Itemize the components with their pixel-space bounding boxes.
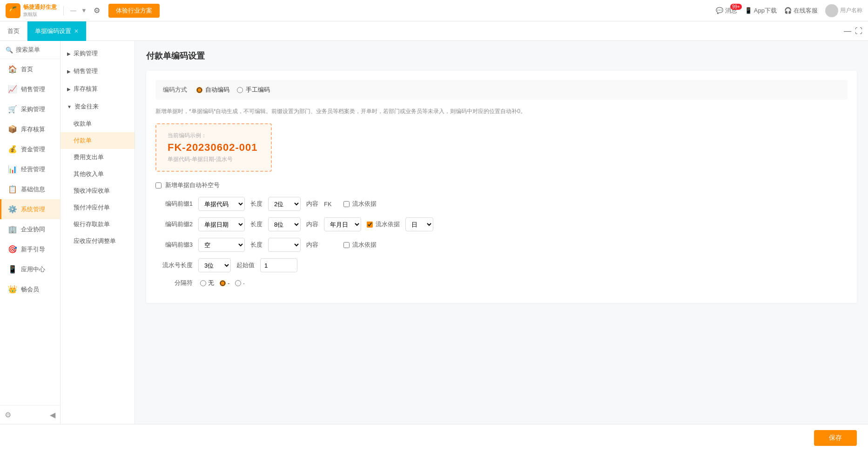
save-button[interactable]: 保存 bbox=[814, 430, 857, 446]
system-icon: ⚙️ bbox=[8, 205, 17, 214]
sep-none-radio[interactable]: 无 bbox=[200, 279, 214, 287]
sub-menu-item-pre-payable[interactable]: 预付冲应付单 bbox=[61, 199, 135, 216]
length1-select[interactable]: 2位 4位 6位 8位 bbox=[268, 197, 301, 211]
serial-length-select[interactable]: 2位 3位 4位 5位 6位 bbox=[198, 258, 231, 272]
sub-menu-header-purchase[interactable]: ▶ 采购管理 bbox=[61, 45, 135, 62]
tabbar-actions: — ⛶ bbox=[838, 27, 868, 35]
start-value-label: 起始值 bbox=[236, 261, 255, 269]
sidebar-item-fund[interactable]: 💰 资金管理 bbox=[0, 139, 60, 159]
prefix2-select[interactable]: 单据代码 单据日期 部门 业务员 空 bbox=[198, 217, 245, 231]
separator-label: 分隔符 bbox=[155, 279, 193, 287]
app-icon: 📱 bbox=[745, 7, 752, 14]
basic-icon: 📋 bbox=[8, 185, 17, 194]
sub-menu-item-receipt[interactable]: 收款单 bbox=[61, 115, 135, 132]
serial3-checkbox[interactable] bbox=[343, 242, 350, 248]
manual-encode-radio[interactable]: 手工编码 bbox=[237, 86, 270, 94]
serial-length-label: 流水号长度 bbox=[155, 261, 193, 269]
sep-dot-radio-input[interactable] bbox=[235, 280, 241, 286]
sub-menu-item-expense[interactable]: 费用支出单 bbox=[61, 149, 135, 166]
length2-select[interactable]: 2位 4位 6位 8位 bbox=[268, 217, 301, 231]
settings-icon[interactable]: ⚙ bbox=[5, 411, 11, 419]
sidebar-menu: 🏠 首页 📈 销售管理 🛒 采购管理 📦 库存核算 💰 资金管理 📊 经 bbox=[0, 59, 60, 405]
minimize-icon[interactable]: — bbox=[844, 27, 851, 35]
sub-menu-header-inventory[interactable]: ▶ 库存核算 bbox=[61, 80, 135, 98]
sub-menu-item-bank-deposit[interactable]: 银行存取款单 bbox=[61, 216, 135, 233]
sidebar-item-newguide[interactable]: 🎯 新手引导 bbox=[0, 239, 60, 259]
sep-dash-radio-input[interactable] bbox=[220, 280, 226, 286]
sidebar-item-system[interactable]: ⚙️ 系统管理 bbox=[0, 199, 60, 219]
sidebar-item-enterprise[interactable]: 🏢 企业协同 bbox=[0, 219, 60, 239]
purchase-icon: 🛒 bbox=[8, 105, 17, 114]
serial1-label: 流水依据 bbox=[352, 200, 377, 208]
logo: 🍊 畅捷通好生意 旗舰版 bbox=[6, 3, 57, 18]
length3-label: 长度 bbox=[250, 241, 262, 249]
message-button[interactable]: 💬 消息 99+ bbox=[716, 7, 737, 15]
chevron-down-icon[interactable]: ▼ bbox=[81, 7, 87, 14]
preview-desc: 单据代码-单据日期-流水号 bbox=[168, 155, 260, 163]
sep-none-radio-input[interactable] bbox=[200, 280, 206, 286]
gear-icon[interactable]: ⚙ bbox=[94, 6, 100, 15]
content2-select[interactable]: 年月日 年月 年 月日 bbox=[324, 217, 361, 231]
serial2-day-select[interactable]: 日 月 年 bbox=[405, 217, 433, 231]
sub-menu-inventory: ▶ 库存核算 bbox=[61, 80, 135, 98]
maximize-icon[interactable]: ⛶ bbox=[855, 27, 862, 35]
tab-encode-setting[interactable]: 单据编码设置 ✕ bbox=[27, 21, 87, 41]
experience-button[interactable]: 体验行业方案 bbox=[108, 4, 160, 18]
manual-encode-radio-input[interactable] bbox=[237, 87, 243, 93]
serial2-label: 流水依据 bbox=[376, 220, 400, 229]
sub-menu-item-payment[interactable]: 付款单 bbox=[61, 132, 135, 149]
auto-fill-row: 新增单据自动补空号 bbox=[155, 181, 848, 189]
online-service-button[interactable]: 🎧 在线客服 bbox=[784, 7, 818, 15]
topbar: 🍊 畅捷通好生意 旗舰版 — ▼ ⚙ 体验行业方案 💬 消息 99+ 📱 App… bbox=[0, 0, 868, 21]
sub-menu-header-sales[interactable]: ▶ 销售管理 bbox=[61, 62, 135, 80]
prefix3-select[interactable]: 单据代码 单据日期 部门 业务员 空 bbox=[198, 238, 245, 252]
tabbar: 首页 单据编码设置 ✕ — ⛶ bbox=[0, 21, 868, 41]
serial3-checkbox-group: 流水依据 bbox=[343, 241, 377, 249]
inner-sidebar: ▶ 采购管理 ▶ 销售管理 ▶ 库存核算 ▼ 资金往来 bbox=[61, 41, 135, 424]
sidebar-item-sales[interactable]: 📈 销售管理 bbox=[0, 79, 60, 99]
topbar-breadcrumb: — bbox=[70, 7, 76, 14]
inventory-icon: 📦 bbox=[8, 125, 17, 134]
user-avatar[interactable]: 用户名称 bbox=[825, 4, 862, 17]
app-download-button[interactable]: 📱 App下载 bbox=[745, 7, 777, 15]
sidebar-item-inventory[interactable]: 📦 库存核算 bbox=[0, 119, 60, 139]
sub-menu-item-receivable-payable[interactable]: 应收应付调整单 bbox=[61, 233, 135, 249]
tab-close-icon[interactable]: ✕ bbox=[74, 28, 79, 34]
length3-select[interactable]: 2位 4位 bbox=[268, 238, 301, 252]
prefix1-label: 编码前缀1 bbox=[155, 200, 193, 208]
content1-value: FK bbox=[324, 201, 338, 208]
tab-home[interactable]: 首页 bbox=[0, 21, 27, 41]
sidebar-bottom: ⚙ ◀ bbox=[0, 405, 60, 424]
sep-dash-radio[interactable]: - bbox=[220, 280, 229, 287]
auto-encode-radio-input[interactable] bbox=[196, 87, 202, 93]
sub-menu-item-pre-receivable[interactable]: 预收冲应收单 bbox=[61, 182, 135, 199]
serial1-checkbox[interactable] bbox=[343, 201, 350, 207]
sep-dot-radio[interactable]: · bbox=[235, 280, 245, 287]
collapse-icon[interactable]: ◀ bbox=[50, 411, 55, 419]
sub-menu-item-other-income[interactable]: 其他收入单 bbox=[61, 166, 135, 182]
sidebar-item-operation[interactable]: 📊 经营管理 bbox=[0, 159, 60, 179]
encode-method-row: 编码方式 自动编码 手工编码 bbox=[155, 80, 848, 100]
auto-fill-checkbox[interactable] bbox=[155, 182, 161, 188]
sidebar-item-home[interactable]: 🏠 首页 bbox=[0, 59, 60, 79]
page-content: 付款单编码设置 编码方式 自动编码 手工编码 bbox=[135, 41, 868, 312]
enterprise-icon: 🏢 bbox=[8, 225, 17, 234]
sidebar-item-basic[interactable]: 📋 基础信息 bbox=[0, 179, 60, 199]
preview-label: 当前编码示例： bbox=[168, 132, 260, 140]
serial2-checkbox[interactable] bbox=[367, 222, 373, 228]
chevron-down-icon2: ▼ bbox=[67, 104, 72, 109]
content1-label: 内容 bbox=[306, 200, 318, 208]
auto-encode-radio[interactable]: 自动编码 bbox=[196, 86, 229, 94]
sidebar-item-purchase[interactable]: 🛒 采购管理 bbox=[0, 99, 60, 119]
sidebar-search[interactable]: 🔍 搜索菜单 bbox=[0, 41, 60, 59]
info-text: 新增单据时，*单据编码*自动生成，不可编辑。前缀设置为部门、业务员等档案类，开单… bbox=[155, 107, 848, 116]
sidebar-item-appcenter[interactable]: 📱 应用中心 bbox=[0, 259, 60, 279]
preview-code: FK-20230602-001 bbox=[168, 141, 260, 154]
topbar-separator bbox=[63, 6, 64, 15]
logo-icon: 🍊 bbox=[6, 3, 20, 18]
start-value-input[interactable] bbox=[260, 258, 297, 272]
sidebar-item-member[interactable]: 👑 畅会员 bbox=[0, 279, 60, 299]
prefix1-select[interactable]: 单据代码 单据日期 部门 业务员 空 bbox=[198, 197, 245, 211]
sub-menu-header-capital[interactable]: ▼ 资金往来 bbox=[61, 98, 135, 115]
serial3-label: 流水依据 bbox=[352, 241, 377, 249]
